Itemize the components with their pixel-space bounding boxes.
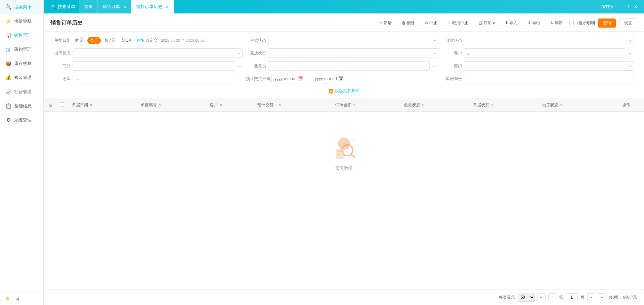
filter-customer-input[interactable] [464,48,626,58]
sort-payment-status-icon[interactable]: ⇅ [422,103,425,107]
filter-bill-status: 单据状态 ▾ [246,36,438,45]
filter-bill-status-select[interactable] [268,36,438,45]
basicinfo-icon: 📋 [5,103,11,109]
tab-sales-order[interactable]: 销售订单 ✕ [98,0,131,13]
topbar-search[interactable]: 🔍 搜索菜单 [47,4,79,10]
sidebar-item-sales[interactable]: 📊 销售管理 [0,28,43,42]
toolbar-settings-btn[interactable]: 设置 [619,18,637,28]
toolbar-export-btn[interactable]: ⬆ 导出 [524,18,543,28]
pagination-next-btn[interactable]: › [587,293,595,301]
sort-bill-no-icon[interactable]: ⇅ [159,103,162,107]
purchase-icon: 🛒 [5,46,11,52]
delivery-date-from-wrap: 📅 [271,74,305,83]
toolbar-stop-btn[interactable]: ⊘ 中止 [422,18,441,28]
tab-home-label: 首页 [84,4,93,10]
chip-yesterday[interactable]: 昨天 [73,37,86,44]
toolbar-display-detail[interactable]: 显示明细 [573,20,595,26]
tab-sales-order-history-close[interactable]: ✕ [166,5,169,9]
table-header-row: ⚙ 单据日期 ⇅ 单据编号 ⇅ [44,99,644,112]
col-delivery-status-label: 出库状态 [542,103,558,107]
sort-order-amount-icon[interactable]: ⇅ [353,103,356,107]
display-detail-checkbox[interactable] [573,21,577,25]
per-page-select[interactable]: 10 20 50 100 [518,293,535,302]
topbar-close-btn[interactable]: ✕ [634,4,637,9]
pagination-bar: 每页显示 10 20 50 100 « ‹ 第 页 › » 共0页，0条记录 [44,289,644,305]
salesman-ellipsis-btn[interactable]: ··· [432,63,438,69]
sidebar-collapse-icon[interactable]: ◀ [15,296,19,301]
pagination-last-btn[interactable]: » [598,293,606,301]
filter-warehouse-input[interactable] [73,74,234,83]
tab-sales-order-history-label: 销售订单历史 [136,4,162,10]
empty-illustration: ✦ ✦ ✦ [327,132,361,165]
sidebar-settings-icon[interactable]: ⚙ [5,295,10,302]
th-delivery-status: 出库状态 ⇅ [540,99,608,112]
date-range-text: 2023-06-02 至 2023-06-02 [161,38,205,43]
toolbar-new-btn[interactable]: + 新增 [377,18,395,28]
sidebar-label-quicknav: 快捷导航 [14,18,32,24]
filter-salesman-input[interactable] [268,61,430,71]
filter-bill-no-input[interactable] [464,74,634,83]
delivery-date-from-input[interactable] [271,74,305,83]
sidebar-item-search[interactable]: 🔍 搜索菜单 [0,0,43,14]
toolbar-import-btn[interactable]: ⬇ 导入 [502,18,521,28]
tab-sales-order-close[interactable]: ✕ [123,5,126,9]
sidebar-item-system[interactable]: ⚙ 系统管理 [0,113,43,127]
filter-salesman-label: 业务员 [246,63,266,69]
pagination-total: 共0页，0条记录 [609,295,637,300]
display-detail-label: 显示明细 [579,20,595,26]
empty-state: ✦ ✦ ✦ 暂无数据 [44,112,644,192]
pagination-prev-btn[interactable]: ‹ [548,293,556,301]
main-area: 🔍 搜索菜单 首页 销售订单 ✕ 销售订单历史 ✕ OfTEn ─ ❐ ✕ 销售… [44,0,644,305]
toolbar-print-btn[interactable]: 🖨 打印 ▾ [475,18,498,28]
chip-custom[interactable]: 自定义 [145,38,158,43]
filter-payment-status-select[interactable] [464,36,634,45]
pagination-first-btn[interactable]: « [538,293,546,301]
chip-1month[interactable]: 近1月 [119,37,135,44]
chip-7days[interactable]: 近7天 [102,37,118,44]
sidebar-item-operation[interactable]: 📈 经营管理 [0,85,43,99]
toolbar-query-btn[interactable]: 查询 [598,18,616,28]
sort-customer-icon[interactable]: ⇅ [220,103,222,107]
inventory-icon: 📦 [5,61,11,67]
goods-ellipsis-btn[interactable]: ··· [236,63,243,69]
tab-sales-order-history[interactable]: 销售订单历史 ✕ [131,0,174,13]
filter-delivery-status-select[interactable] [73,48,243,58]
sort-delivery-status-icon[interactable]: ⇅ [560,103,563,107]
sort-bill-date-icon[interactable]: ⇅ [90,103,92,107]
sidebar-item-quicknav[interactable]: ⚡ 快捷导航 [0,14,43,28]
sidebar-label-operation: 经营管理 [14,89,32,95]
filter-department-select[interactable] [464,61,634,71]
col-bill-status-label: 单据状态 [473,103,489,107]
customer-ellipsis-btn[interactable]: ··· [627,50,634,56]
sidebar-item-basicinfo[interactable]: 📋 基础信息 [0,99,43,113]
pagination-page-input[interactable] [566,293,578,301]
warehouse-ellipsis-btn[interactable]: ··· [236,76,243,81]
sort-delivery-date-icon[interactable]: ⇅ [278,103,281,107]
toolbar-cancel-stop-btn[interactable]: ⊙ 取消中止 [444,18,471,28]
toolbar-delete-btn[interactable]: 🗑 删除 [398,18,418,28]
system-icon: ⚙ [5,117,11,123]
table-settings-btn[interactable]: ⚙ [48,103,53,108]
delivery-date-to-input[interactable] [312,74,345,83]
collapse-row[interactable]: 🔼 收起更多条件 [50,87,637,94]
filter-complete-status-select[interactable] [268,48,438,58]
filter-area: 单据日期 昨天 今天 近7天 近1月 更多 自定义 2023-06-02 至 2… [44,32,644,99]
filter-bill-no-label: 单据编号 [442,76,462,82]
th-delivery-date: 预计交货... ⇅ [255,99,333,112]
sort-bill-status-icon[interactable]: ⇅ [491,103,494,107]
topbar-restore-btn[interactable]: ❐ [626,4,629,9]
filter-goods: 商品 ··· [50,61,243,71]
topbar-minimize-btn[interactable]: ─ [618,4,621,9]
tab-home[interactable]: 首页 [79,0,98,13]
chip-today[interactable]: 今天 [87,37,101,44]
sidebar-item-finance[interactable]: 💰 资金管理 [0,71,43,85]
th-settings: ⚙ [44,99,57,112]
chip-more[interactable]: 更多 [136,38,144,43]
filter-delivery-date: 预计交货日期 📅 — 📅 [246,74,438,83]
select-all-checkbox[interactable] [60,103,64,107]
sidebar-item-inventory[interactable]: 📦 库存核算 [0,56,43,71]
sidebar-item-purchase[interactable]: 🛒 采购管理 [0,42,43,56]
filter-goods-input[interactable] [73,61,234,71]
toolbar-refresh-btn[interactable]: ↻ 刷新 [547,18,566,28]
filter-bill-status-label: 单据状态 [246,38,266,43]
